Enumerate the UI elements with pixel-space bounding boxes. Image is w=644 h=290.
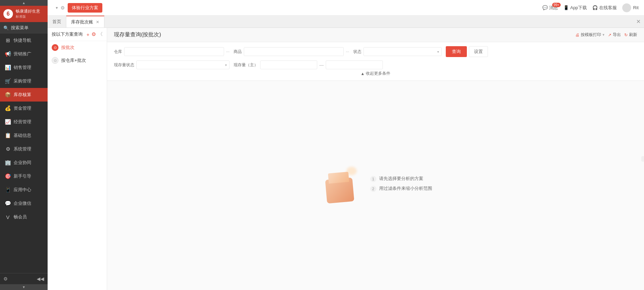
empty-tip-1: 1 请先选择要分析的方案 xyxy=(370,176,432,182)
tab-inventory-batch-label: 库存批次账 xyxy=(71,19,93,25)
sidebar-item-wechat[interactable]: 💬 企业微信 xyxy=(0,197,48,210)
status-filter-group: 状态 全部 正常 停用 xyxy=(353,47,442,56)
collapse-left-btn[interactable]: 《 xyxy=(98,31,103,37)
plan-icon-wh-batch: ⊙ xyxy=(52,57,58,64)
left-panel-actions: + ⚙ 《 xyxy=(86,31,103,37)
plan-item-by-batch[interactable]: ⊙ 按批次 xyxy=(48,41,107,54)
warehouse-input[interactable] xyxy=(124,47,224,56)
main-area: ▾ ⚙ 体验行业方案 💬 消息 99+ 📱 App下载 🎧 在线客服 Rit xyxy=(48,0,644,290)
filter-buttons: 查询 设置 xyxy=(446,46,488,57)
app-edition: 标准版 xyxy=(16,14,40,19)
sidebar-item-inventory[interactable]: 📦 库存核算 xyxy=(0,88,48,102)
nav-label-wechat: 企业微信 xyxy=(14,200,31,206)
product-label: 商品 xyxy=(234,49,242,55)
sidebar-item-marketing[interactable]: 📢 营销推广 xyxy=(0,47,48,61)
tip-text-1: 请先选择要分析的方案 xyxy=(379,176,423,182)
print-dropdown-icon[interactable]: ▾ xyxy=(603,33,605,37)
nav-label-operation: 经营管理 xyxy=(14,119,31,125)
tab-inventory-batch[interactable]: 库存批次账 ✕ xyxy=(66,16,104,28)
product-input[interactable] xyxy=(244,47,344,56)
sidebar-item-operation[interactable]: 📈 经营管理 xyxy=(0,115,48,129)
app-download-btn[interactable]: 📱 App下载 xyxy=(563,5,587,11)
nav-icon-newbie: 🎯 xyxy=(5,173,11,179)
topbar-settings-icon[interactable]: ⚙ xyxy=(61,5,65,11)
nav-icon-quick-nav: ⊞ xyxy=(5,37,11,43)
add-plan-btn[interactable]: + xyxy=(86,32,89,37)
left-panel-header: 按以下方案查询 + ⚙ 《 xyxy=(48,28,107,41)
chevron-up-icon: ▲ xyxy=(361,71,365,76)
tabs-bar: 首页 库存批次账 ✕ ✕ xyxy=(48,16,644,28)
breadcrumb-dropdown-icon[interactable]: ▾ xyxy=(56,5,58,10)
online-service-btn[interactable]: 🎧 在线客服 xyxy=(592,5,617,11)
sidebar-item-finance[interactable]: 💰 资金管理 xyxy=(0,102,48,115)
inv-amount-max[interactable] xyxy=(326,60,383,69)
refresh-label: 刷新 xyxy=(629,32,637,38)
sidebar-scroll-up[interactable]: ▲ xyxy=(0,0,48,6)
sidebar-item-newbie[interactable]: 🎯 新手引导 xyxy=(0,169,48,183)
tabs-close-all-btn[interactable]: ✕ xyxy=(633,16,644,28)
sidebar-nav: ⊞ 快捷导航 📢 营销推广 📊 销售管理 🛒 采购管理 📦 库存核算 💰 资金管… xyxy=(0,34,48,273)
filter-row-1: 仓库 ··· 商品 ··· 状态 xyxy=(114,46,637,57)
trial-btn[interactable]: 体验行业方案 xyxy=(68,3,102,13)
sidebar-item-basic[interactable]: 📋 基础信息 xyxy=(0,129,48,142)
plan-item-by-warehouse-batch[interactable]: ⊙ 按仓库+批次 xyxy=(48,54,107,67)
message-btn[interactable]: 💬 消息 99+ xyxy=(542,5,558,11)
warehouse-dots[interactable]: ··· xyxy=(226,49,230,54)
nav-label-purchase: 采购管理 xyxy=(14,78,31,84)
status-select[interactable]: 全部 正常 停用 xyxy=(363,47,442,56)
sidebar-item-enterprise[interactable]: 🏢 企业协同 xyxy=(0,156,48,169)
app-download-icon: 📱 xyxy=(563,5,569,10)
refresh-btn[interactable]: ↻ 刷新 xyxy=(624,32,637,38)
sidebar-item-vip[interactable]: V 畅会员 xyxy=(0,210,48,224)
app-download-label: App下载 xyxy=(570,5,587,11)
nav-label-marketing: 营销推广 xyxy=(14,51,31,57)
tab-home[interactable]: 首页 xyxy=(48,16,66,28)
right-panel: 现存量查询(按批次) 🖨 按模板打印 ▾ ↗ 导出 ↻ 刷新 xyxy=(107,28,644,290)
topbar-left: ▾ ⚙ 体验行业方案 xyxy=(53,3,102,13)
left-panel-title: 按以下方案查询 xyxy=(52,31,83,37)
sidebar-item-sales[interactable]: 📊 销售管理 xyxy=(0,61,48,74)
nav-icon-purchase: 🛒 xyxy=(5,78,11,84)
export-icon: ↗ xyxy=(608,33,611,37)
sidebar-item-system[interactable]: ⚙ 系统管理 xyxy=(0,142,48,156)
message-badge: 99+ xyxy=(552,3,561,7)
service-label: 在线客服 xyxy=(599,5,617,11)
plan-settings-btn[interactable]: ⚙ xyxy=(91,31,96,37)
query-btn[interactable]: 查询 xyxy=(446,46,467,57)
print-btn[interactable]: 🖨 按模板打印 ▾ xyxy=(575,32,605,38)
empty-illustration xyxy=(319,165,360,206)
content-area: 按以下方案查询 + ⚙ 《 ⊙ 按批次 ⊙ 按仓库+批次 现存量查询(按批次) xyxy=(48,28,644,290)
collapse-more-btn[interactable]: ▲ 收起更多条件 xyxy=(114,69,637,76)
sidebar-item-app-center[interactable]: 📱 应用中心 xyxy=(0,183,48,197)
filter-row-2: 现存量状态 现存量（主） — xyxy=(114,60,637,69)
empty-tip-2: 2 用过滤条件来缩小分析范围 xyxy=(370,185,432,192)
inv-status-select-wrapper xyxy=(136,60,230,69)
nav-label-finance: 资金管理 xyxy=(14,105,31,111)
tab-close-icon[interactable]: ✕ xyxy=(96,20,99,24)
inv-amount-min[interactable] xyxy=(260,60,317,69)
nav-icon-inventory: 📦 xyxy=(5,92,11,98)
sidebar-item-quick-nav[interactable]: ⊞ 快捷导航 xyxy=(0,34,48,47)
sidebar-item-purchase[interactable]: 🛒 采购管理 xyxy=(0,74,48,88)
sidebar-search[interactable]: 🔍 搜索菜单 xyxy=(0,22,48,34)
warehouse-label: 仓库 xyxy=(114,49,122,55)
collapse-sidebar-btn[interactable]: ◀◀ xyxy=(37,276,44,282)
topbar: ▾ ⚙ 体验行业方案 💬 消息 99+ 📱 App下载 🎧 在线客服 Rit xyxy=(48,0,644,16)
print-icon: 🖨 xyxy=(575,33,579,37)
inv-status-select[interactable] xyxy=(136,60,230,69)
empty-box xyxy=(325,178,354,204)
right-hint-bar[interactable] xyxy=(641,156,644,162)
logo-char: 6 xyxy=(7,11,10,17)
export-btn[interactable]: ↗ 导出 xyxy=(608,32,621,38)
settings-btn[interactable]: 设置 xyxy=(469,46,488,57)
nav-label-quick-nav: 快捷导航 xyxy=(14,37,31,43)
message-icon: 💬 xyxy=(542,5,548,10)
sidebar-scroll-down[interactable]: ▼ xyxy=(0,284,48,290)
user-menu[interactable]: Rit xyxy=(622,3,639,12)
nav-label-system: 系统管理 xyxy=(14,146,31,152)
inv-amount-filter-group: 现存量（主） — xyxy=(234,60,349,69)
product-dots[interactable]: ··· xyxy=(346,49,349,54)
sidebar-header: 6 畅康通好生意 标准版 xyxy=(0,6,48,22)
settings-footer-btn[interactable]: ⚙ xyxy=(3,276,8,282)
page-header: 现存量查询(按批次) 🖨 按模板打印 ▾ ↗ 导出 ↻ 刷新 xyxy=(107,28,644,42)
